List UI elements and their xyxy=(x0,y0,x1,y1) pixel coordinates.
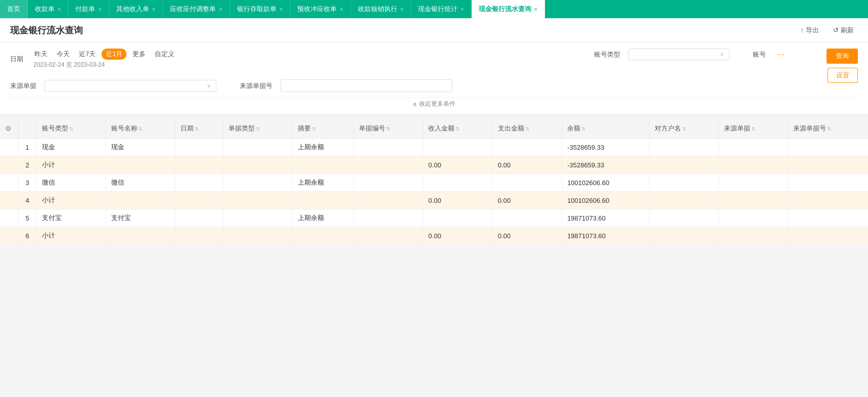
col-header-account_type[interactable]: 账号类型⇅ xyxy=(36,119,106,139)
nav-label: 其他收入单 xyxy=(116,5,149,14)
collapse-up-icon: ∧ xyxy=(413,101,417,108)
cell-income: 0.00 xyxy=(423,192,492,209)
cell-balance: 100102606.60 xyxy=(562,192,649,209)
col-header-balance[interactable]: 余额⇅ xyxy=(562,119,649,139)
export-label: 导出 xyxy=(806,26,819,35)
close-icon[interactable]: × xyxy=(58,6,61,12)
source-doc-row: 来源单据 ∨ 来源单据号 xyxy=(10,79,574,92)
col-header-src_doc[interactable]: 来源单据⇅ xyxy=(718,119,788,139)
col-header-summary[interactable]: 摘要⇅ xyxy=(293,119,354,139)
table-body: 1现金现金上期余额-3528659.332小计0.000.00-3528659.… xyxy=(0,139,868,245)
gear-icon[interactable]: ⚙ xyxy=(5,124,12,133)
account-type-select[interactable]: ∨ xyxy=(628,49,729,60)
nav-item-应收应付调整单[interactable]: 应收应付调整单× xyxy=(163,0,230,18)
nav-label: 收款单 xyxy=(35,5,55,14)
nav-item-现金银行统计[interactable]: 现金银行统计× xyxy=(411,0,471,18)
cell-doc_no xyxy=(353,174,423,192)
filter-right-buttons: 查询 设置 xyxy=(827,49,858,83)
cell-doc_no xyxy=(353,209,423,227)
date-shortcut-自定义[interactable]: 自定义 xyxy=(152,49,177,60)
col-header-gear[interactable]: ⚙ xyxy=(0,119,18,139)
date-shortcut-近7天[interactable]: 近7天 xyxy=(76,49,99,60)
nav-item-现金银行流水查询[interactable]: 现金银行流水查询× xyxy=(472,0,545,18)
collapse-bar[interactable]: ∧ 收起更多条件 xyxy=(10,97,858,110)
col-header-expense[interactable]: 支出金额⇅ xyxy=(492,119,562,139)
nav-item-预收冲应收单[interactable]: 预收冲应收单× xyxy=(290,0,350,18)
col-header-doc_type[interactable]: 单据类型⇅ xyxy=(223,119,292,139)
date-shortcut-更多[interactable]: 更多 xyxy=(129,49,149,60)
nav-item-收款核销执行[interactable]: 收款核销执行× xyxy=(351,0,411,18)
filter-middle: 账号类型 ∨ 账号 ··· xyxy=(594,49,806,89)
cell-src_doc_no xyxy=(788,174,868,192)
account-dots-button[interactable]: ··· xyxy=(774,49,788,60)
close-icon[interactable]: × xyxy=(152,6,155,12)
top-nav: 首页收款单×付款单×其他收入单×应收应付调整单×银行存取款单×预收冲应收单×收款… xyxy=(0,0,868,18)
cell-num: 5 xyxy=(18,209,36,227)
source-doc-select[interactable]: ∨ xyxy=(44,80,216,92)
table-header: ⚙账号类型⇅账号名称⇅日期⇅单据类型⇅摘要⇅单据编号⇅收入金额⇅支出金额⇅余额⇅… xyxy=(0,119,868,139)
close-icon[interactable]: × xyxy=(98,6,101,12)
cell-src_doc xyxy=(718,139,788,156)
date-shortcut-今天[interactable]: 今天 xyxy=(54,49,73,60)
nav-item-其他收入单[interactable]: 其他收入单× xyxy=(109,0,163,18)
col-header-counterpart[interactable]: 对方户名⇅ xyxy=(649,119,718,139)
cell-doc_type xyxy=(223,192,292,209)
cell-src_doc xyxy=(718,192,788,209)
sort-icon-income: ⇅ xyxy=(455,126,460,131)
cell-date xyxy=(175,227,223,245)
sort-icon-doc_no: ⇅ xyxy=(386,126,390,131)
nav-item-首页[interactable]: 首页 xyxy=(0,0,28,18)
table-row: 4小计0.000.00100102606.60 xyxy=(0,192,868,209)
export-button[interactable]: ↑ 导出 xyxy=(797,24,824,37)
col-header-doc_no[interactable]: 单据编号⇅ xyxy=(353,119,423,139)
cell-doc_no xyxy=(353,192,423,209)
date-label: 日期 xyxy=(10,55,23,64)
cell-gear xyxy=(0,209,18,227)
page-title: 现金银行流水查询 xyxy=(10,24,83,36)
page-header: 现金银行流水查询 ↑ 导出 ↺ 刷新 xyxy=(0,18,868,42)
account-label: 账号 xyxy=(753,50,766,59)
source-doc-no-input[interactable] xyxy=(281,79,452,92)
cell-income xyxy=(423,209,492,227)
account-type-label: 账号类型 xyxy=(594,50,620,59)
query-button[interactable]: 查询 xyxy=(827,49,858,64)
source-doc-label: 来源单据 xyxy=(10,81,36,91)
close-icon[interactable]: × xyxy=(461,6,464,12)
date-shortcut-昨天[interactable]: 昨天 xyxy=(31,49,51,60)
cell-doc_type xyxy=(223,174,292,192)
close-icon[interactable]: × xyxy=(340,6,343,12)
col-header-date[interactable]: 日期⇅ xyxy=(175,119,223,139)
account-type-row: 账号类型 ∨ 账号 ··· xyxy=(594,49,806,60)
nav-item-收款单[interactable]: 收款单× xyxy=(28,0,68,18)
nav-label: 现金银行统计 xyxy=(418,5,458,14)
col-header-income[interactable]: 收入金额⇅ xyxy=(423,119,492,139)
col-header-num[interactable] xyxy=(18,119,36,139)
cell-doc_type xyxy=(223,209,292,227)
cell-gear xyxy=(0,227,18,245)
cell-date xyxy=(175,209,223,227)
cell-counterpart xyxy=(649,192,718,209)
refresh-button[interactable]: ↺ 刷新 xyxy=(829,24,858,37)
cell-gear xyxy=(0,174,18,192)
close-icon[interactable]: × xyxy=(400,6,403,12)
date-shortcut-近1月[interactable]: 近1月 xyxy=(102,49,126,60)
cell-doc_type xyxy=(223,156,292,174)
nav-item-付款单[interactable]: 付款单× xyxy=(68,0,109,18)
close-icon[interactable]: × xyxy=(219,6,222,12)
sort-icon-balance: ⇅ xyxy=(581,126,585,131)
close-icon[interactable]: × xyxy=(534,6,537,12)
cell-date xyxy=(175,192,223,209)
table-area: ⚙账号类型⇅账号名称⇅日期⇅单据类型⇅摘要⇅单据编号⇅收入金额⇅支出金额⇅余额⇅… xyxy=(0,119,868,245)
col-header-src_doc_no[interactable]: 来源单据号⇅ xyxy=(788,119,868,139)
nav-item-银行存取款单[interactable]: 银行存取款单× xyxy=(230,0,290,18)
data-table: ⚙账号类型⇅账号名称⇅日期⇅单据类型⇅摘要⇅单据编号⇅收入金额⇅支出金额⇅余额⇅… xyxy=(0,119,868,245)
cell-doc_type xyxy=(223,227,292,245)
cell-src_doc_no xyxy=(788,156,868,174)
col-header-account_name[interactable]: 账号名称⇅ xyxy=(106,119,175,139)
cell-balance: -3528659.33 xyxy=(562,139,649,156)
close-icon[interactable]: × xyxy=(280,6,283,12)
cell-income: 0.00 xyxy=(423,156,492,174)
cell-account_name: 支付宝 xyxy=(106,209,175,227)
settings-button[interactable]: 设置 xyxy=(828,68,858,83)
source-doc-arrow-icon: ∨ xyxy=(207,82,211,89)
